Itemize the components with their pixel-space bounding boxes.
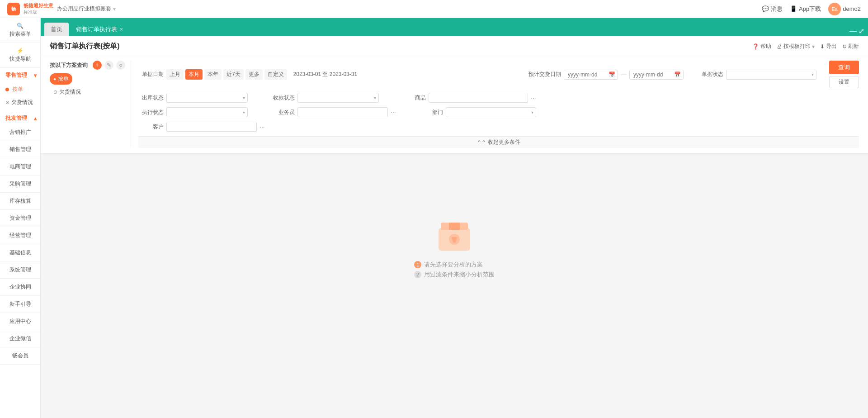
logo-icon: 畅 <box>7 3 20 15</box>
collapse-filters-button[interactable]: ⌃⌃ 收起更多条件 <box>138 136 859 148</box>
collapse-scheme-button[interactable]: « <box>116 61 125 70</box>
customer-input[interactable] <box>166 122 257 132</box>
query-button[interactable]: 查询 <box>829 61 859 74</box>
collapse-up-icon: ⌃⌃ <box>477 139 486 146</box>
exec-status-wrapper: ▾ <box>166 107 248 117</box>
filter-collect-status: 收款状态 ▾ <box>269 93 379 103</box>
dept-select[interactable] <box>446 107 536 117</box>
download-button[interactable]: 📱 App下载 <box>790 5 821 13</box>
user-profile[interactable]: Ea demo2 <box>828 3 861 15</box>
filter-dept: 部门 ▾ <box>418 107 536 117</box>
tab-sales-order[interactable]: 销售订单执行表 × <box>70 23 129 36</box>
sidebar-item-sales[interactable]: 销售管理 <box>0 141 40 158</box>
sidebar-item-shortcut[interactable]: ⚡ 快捷导航 <box>0 43 40 68</box>
svg-rect-2 <box>449 223 460 230</box>
salesman-input[interactable] <box>297 107 388 117</box>
sidebar-item-finance[interactable]: 资金管理 <box>0 210 40 227</box>
filter-row-2: 出库状态 ▾ 收款状态 <box>138 93 859 103</box>
exec-status-select[interactable] <box>166 107 248 117</box>
product-more-icon[interactable]: ··· <box>531 94 536 101</box>
empty-illustration <box>432 210 477 255</box>
add-scheme-button[interactable]: + <box>93 61 102 70</box>
page-content: 销售订单执行表(按单) ❓ 帮助 🖨 按模板打印 ▾ ⬇ <box>41 36 868 418</box>
sidebar-item-ecommerce[interactable]: 电商管理 <box>0 158 40 176</box>
sidebar-item-search[interactable]: 🔍 搜索菜单 <box>0 18 40 43</box>
sidebar-wholesale-arrow: ▴ <box>34 115 37 122</box>
sidebar-item-system[interactable]: 系统管理 <box>0 261 40 279</box>
filter-out-status: 出库状态 ▾ <box>138 93 248 103</box>
breadcrumb[interactable]: 办公用品行业模拟账套 ▾ <box>57 5 116 13</box>
scheme-header: 按以下方案查询 + ✎ « <box>50 61 125 70</box>
date-this-month[interactable]: 本月 <box>185 69 203 80</box>
sidebar-item-newbie[interactable]: 新手引导 <box>0 296 40 313</box>
out-status-wrapper: ▾ <box>166 93 248 103</box>
sidebar-sub-order[interactable]: 按单 <box>0 83 40 96</box>
active-dot-icon <box>5 88 9 91</box>
hint-number-1: 1 <box>414 261 421 268</box>
customer-more-icon[interactable]: ··· <box>259 123 265 130</box>
print-button[interactable]: 🖨 按模板打印 ▾ <box>777 43 815 50</box>
sidebar-item-wechat[interactable]: 企业微信 <box>0 330 40 347</box>
message-icon: 💬 <box>762 5 769 12</box>
sidebar-retail-sub: 按单 ⊙ 欠货情况 <box>0 81 40 111</box>
app-name-label: 畅捷通好生意 标准版 <box>24 2 53 15</box>
sidebar-retail-header[interactable]: 零售管理 ▾ <box>0 68 40 81</box>
filter-date: 单据日期 上月 本月 本年 近7天 更多 自定义 2023-03-01 至 20… <box>138 69 357 80</box>
sidebar-item-member[interactable]: 畅会员 <box>0 347 40 365</box>
sidebar-item-inventory[interactable]: 库存核算 <box>0 193 40 210</box>
calendar-start-icon: 📅 <box>609 71 615 78</box>
sidebar-item-enterprise[interactable]: 企业协同 <box>0 279 40 296</box>
sidebar-item-purchase[interactable]: 采购管理 <box>0 176 40 193</box>
filter-row-4: 客户 ··· <box>138 122 859 132</box>
sidebar-sub-debt[interactable]: ⊙ 欠货情况 <box>0 96 40 109</box>
top-bar-left: 畅 畅捷通好生意 标准版 办公用品行业模拟账套 ▾ <box>7 2 116 15</box>
sidebar-item-basic[interactable]: 基础信息 <box>0 244 40 261</box>
download-icon: 📱 <box>790 5 797 12</box>
sidebar-wholesale-header[interactable]: 批发管理 ▴ <box>0 111 40 124</box>
query-btn-area: 查询 设置 <box>829 61 859 88</box>
sidebar-item-marketing[interactable]: 营销推广 <box>0 124 40 141</box>
sub-scheme[interactable]: ⊙ 欠货情况 <box>50 86 125 98</box>
filter-salesman: 业务员 ··· <box>269 107 396 117</box>
filter-row-1: 单据日期 上月 本月 本年 近7天 更多 自定义 2023-03-01 至 20… <box>138 61 859 88</box>
export-button[interactable]: ⬇ 导出 <box>820 43 837 50</box>
date-end-wrapper: 📅 <box>629 70 684 80</box>
calendar-end-icon: 📅 <box>674 71 681 78</box>
date-this-year[interactable]: 本年 <box>204 69 222 80</box>
status-select[interactable] <box>726 70 816 80</box>
search-panel: 按以下方案查询 + ✎ « <box>41 55 868 154</box>
search-icon: 🔍 <box>17 23 24 29</box>
print-icon: 🖨 <box>777 43 782 50</box>
help-icon: ❓ <box>752 43 759 50</box>
edit-icon: ✎ <box>107 62 111 68</box>
date-options: 上月 本月 本年 近7天 更多 自定义 <box>166 69 287 80</box>
empty-state: 1 请先选择要分析的方案 2 用过滤条件来缩小分析范围 <box>41 154 868 335</box>
product-input[interactable] <box>429 93 528 103</box>
tab-close-icon[interactable]: × <box>120 26 123 33</box>
tab-minimize-icon[interactable]: — <box>849 27 857 35</box>
collect-status-wrapper: ▾ <box>297 93 379 103</box>
message-button[interactable]: 💬 消息 <box>762 5 783 13</box>
refresh-icon: ↻ <box>842 43 847 50</box>
help-button[interactable]: ❓ 帮助 <box>752 43 771 50</box>
tab-home[interactable]: 首页 <box>44 23 69 36</box>
edit-scheme-button[interactable]: ✎ <box>104 61 113 70</box>
active-scheme[interactable]: ● 按单 <box>50 73 72 85</box>
collect-status-select[interactable] <box>297 93 379 103</box>
out-status-select[interactable] <box>166 93 248 103</box>
sidebar-item-apps[interactable]: 应用中心 <box>0 313 40 330</box>
refresh-button[interactable]: ↻ 刷新 <box>842 43 859 50</box>
date-more[interactable]: 更多 <box>245 69 263 80</box>
date-last-month[interactable]: 上月 <box>166 69 184 80</box>
filter-status: 单据状态 ▾ <box>698 70 816 80</box>
empty-hints: 1 请先选择要分析的方案 2 用过滤条件来缩小分析范围 <box>414 261 495 279</box>
page-title-row: 销售订单执行表(按单) ❓ 帮助 🖨 按模板打印 ▾ ⬇ <box>50 42 859 55</box>
settings-button[interactable]: 设置 <box>829 76 859 88</box>
breadcrumb-arrow-icon: ▾ <box>113 6 116 12</box>
date-7days[interactable]: 近7天 <box>223 69 244 80</box>
date-custom[interactable]: 自定义 <box>264 69 287 80</box>
sidebar: 🔍 搜索菜单 ⚡ 快捷导航 零售管理 ▾ 按单 ⊙ 欠货情况 批发管理 ▴ 营销 <box>0 18 41 418</box>
sidebar-item-business[interactable]: 经营管理 <box>0 227 40 244</box>
salesman-more-icon[interactable]: ··· <box>391 109 396 116</box>
tab-maximize-icon[interactable]: ⤢ <box>859 27 864 35</box>
